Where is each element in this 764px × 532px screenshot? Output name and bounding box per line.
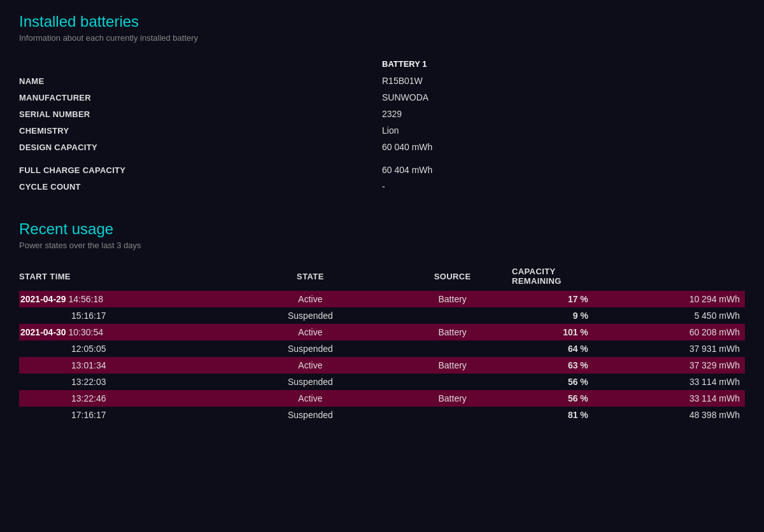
usage-capacity-pct: 81 % [512,407,593,423]
battery-field-label: CHEMISTRY [19,122,382,139]
usage-source: Battery [398,390,512,407]
battery-field-label: MANUFACTURER [19,89,382,106]
usage-time: 15:16:17 [20,311,106,321]
usage-capacity-pct: 17 % [512,291,593,307]
usage-date: 2021-04-29 [20,294,69,304]
usage-capacity-pct: 56 % [512,390,593,407]
usage-time: 10:30:54 [69,327,104,337]
recent-usage-section: Recent usage Power states over the last … [19,220,745,423]
usage-start-time: 12:05:05 [19,340,227,357]
usage-table-row: 13:22:03Suspended56 %33 114 mWh [19,374,745,390]
usage-time: 13:22:03 [20,377,106,387]
usage-source [398,307,512,324]
usage-start-time: 17:16:17 [19,407,227,423]
battery-field-label: FULL CHARGE CAPACITY [19,162,382,178]
battery-field-label: DESIGN CAPACITY [19,139,382,155]
recent-usage-title: Recent usage [19,220,745,238]
col-header-capacity-pct: CAPACITY REMAINING [512,263,593,291]
usage-state: Active [227,390,398,407]
usage-source: Battery [398,291,512,307]
battery-info-row: FULL CHARGE CAPACITY60 404 mWh [19,162,745,178]
battery-field-label: SERIAL NUMBER [19,106,382,122]
usage-start-time: 15:16:17 [19,307,227,324]
usage-capacity-pct: 9 % [512,307,593,324]
usage-table: START TIME STATE SOURCE CAPACITY REMAINI… [19,263,745,423]
usage-time: 17:16:17 [20,410,106,420]
usage-table-row: 13:01:34ActiveBattery63 %37 329 mWh [19,357,745,374]
battery-info-row: MANUFACTURERSUNWODA [19,89,745,106]
usage-capacity-mwh: 5 450 mWh [593,307,745,324]
usage-source [398,407,512,423]
battery-info-row: CYCLE COUNT- [19,178,745,195]
usage-capacity-mwh: 33 114 mWh [593,374,745,390]
usage-start-time: 13:22:03 [19,374,227,390]
usage-state: Active [227,291,398,307]
usage-state: Active [227,357,398,374]
battery-field-value: 60 040 mWh [382,139,745,155]
recent-usage-subtitle: Power states over the last 3 days [19,241,745,250]
usage-table-row: 12:05:05Suspended64 %37 931 mWh [19,340,745,357]
battery-info-row: CHEMISTRYLion [19,122,745,139]
battery-field-value: Lion [382,122,745,139]
usage-table-row: 17:16:17Suspended81 %48 398 mWh [19,407,745,423]
installed-batteries-section: Installed batteries Information about ea… [19,13,745,195]
usage-table-row: 2021-04-30 10:30:54ActiveBattery101 %60 … [19,324,745,340]
usage-source [398,340,512,357]
usage-capacity-mwh: 10 294 mWh [593,291,745,307]
usage-source: Battery [398,324,512,340]
usage-state: Suspended [227,374,398,390]
battery-field-label: CYCLE COUNT [19,178,382,195]
usage-capacity-mwh: 48 398 mWh [593,407,745,423]
usage-table-row: 13:22:46ActiveBattery56 %33 114 mWh [19,390,745,407]
usage-capacity-mwh: 37 931 mWh [593,340,745,357]
usage-capacity-pct: 63 % [512,357,593,374]
installed-batteries-title: Installed batteries [19,13,745,31]
usage-start-time: 13:01:34 [19,357,227,374]
col-header-state: STATE [227,263,398,291]
usage-state: Suspended [227,307,398,324]
usage-start-time: 13:22:46 [19,390,227,407]
usage-table-row: 2021-04-29 14:56:18ActiveBattery17 %10 2… [19,291,745,307]
battery-field-value: 60 404 mWh [382,162,745,178]
battery-field-value: - [382,178,745,195]
usage-start-time: 2021-04-30 10:30:54 [19,324,227,340]
col-header-start-time: START TIME [19,263,227,291]
battery-field-value: R15B01W [382,73,745,89]
usage-state: Suspended [227,340,398,357]
battery-label-col-header [19,55,382,73]
usage-capacity-mwh: 37 329 mWh [593,357,745,374]
usage-table-row: 15:16:17Suspended9 %5 450 mWh [19,307,745,324]
usage-time: 14:56:18 [69,294,104,304]
battery-info-row: DESIGN CAPACITY60 040 mWh [19,139,745,155]
usage-time: 13:22:46 [20,393,106,403]
battery-col-header: BATTERY 1 [382,55,745,73]
installed-batteries-subtitle: Information about each currently install… [19,33,745,43]
usage-capacity-mwh: 33 114 mWh [593,390,745,407]
usage-source [398,374,512,390]
battery-spacer-row [19,155,745,162]
usage-state: Suspended [227,407,398,423]
usage-time: 13:01:34 [20,360,106,370]
usage-state: Active [227,324,398,340]
battery-field-value: 2329 [382,106,745,122]
usage-capacity-pct: 64 % [512,340,593,357]
col-header-source: SOURCE [398,263,512,291]
usage-date: 2021-04-30 [20,327,69,337]
battery-field-value: SUNWODA [382,89,745,106]
usage-source: Battery [398,357,512,374]
battery-info-row: NAMER15B01W [19,73,745,89]
battery-info-table: BATTERY 1 NAMER15B01WMANUFACTURERSUNWODA… [19,55,745,195]
usage-start-time: 2021-04-29 14:56:18 [19,291,227,307]
battery-info-row: SERIAL NUMBER2329 [19,106,745,122]
usage-capacity-mwh: 60 208 mWh [593,324,745,340]
usage-time: 12:05:05 [20,344,106,354]
usage-capacity-pct: 56 % [512,374,593,390]
usage-table-header-row: START TIME STATE SOURCE CAPACITY REMAINI… [19,263,745,291]
col-header-capacity-mwh [593,263,745,291]
usage-capacity-pct: 101 % [512,324,593,340]
battery-field-label: NAME [19,73,382,89]
